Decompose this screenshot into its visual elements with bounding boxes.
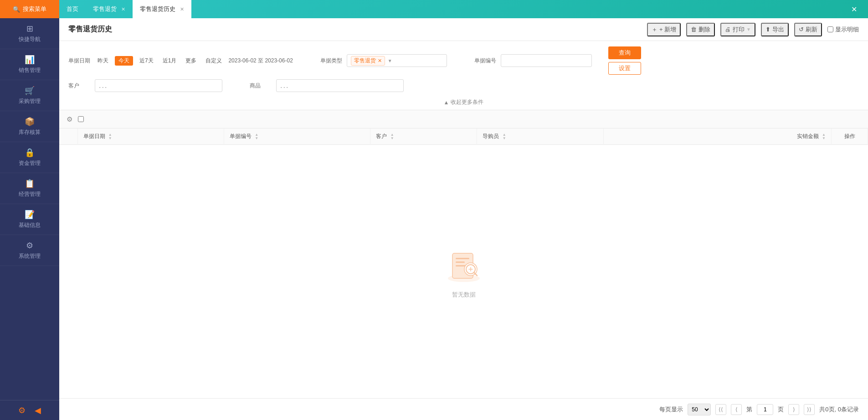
search-icon: 🔍: [13, 6, 20, 13]
sidebar-item-quick-nav[interactable]: ⊞ 快捷导航: [0, 18, 59, 49]
tab-home[interactable]: 首页: [59, 0, 86, 18]
select-all-checkbox[interactable]: [78, 116, 84, 122]
empty-icon: [443, 244, 484, 285]
table-header-row: 单据日期 ▲▼ 单据编号 ▲▼ 客户 ▲▼ 导购员: [59, 128, 868, 145]
date-btn-yesterday[interactable]: 昨天: [95, 56, 111, 66]
collapse-bar[interactable]: ▲ 收起更多条件: [68, 97, 859, 106]
sidebar-item-system-mgmt[interactable]: ⚙ 系统管理: [0, 235, 59, 266]
sort-icon-customer: ▲▼: [390, 133, 394, 140]
th-checkbox: [59, 128, 77, 145]
date-btn-custom[interactable]: 自定义: [203, 56, 225, 66]
sort-icon-doc-date: ▲▼: [108, 133, 112, 140]
doc-type-filter: 单据类型 零售退货 ✕ ▼: [320, 54, 447, 67]
empty-state: 暂无数据: [59, 145, 868, 398]
first-page-btn[interactable]: ⟨⟨: [715, 404, 726, 415]
cart-icon: 🛒: [25, 86, 35, 96]
sidebar-item-purchase-mgmt[interactable]: 🛒 采购管理: [0, 80, 59, 111]
doc-type-label: 单据类型: [320, 57, 343, 65]
window-close-btn[interactable]: ✕: [847, 2, 861, 16]
tab-close-retail-return-history[interactable]: ✕: [180, 6, 184, 12]
new-button[interactable]: ＋ + 新增: [647, 23, 681, 36]
empty-text: 暂无数据: [452, 291, 476, 299]
sidebar-bottom: ⚙ ◀: [0, 400, 59, 420]
goods-filter: 商品 ...: [250, 79, 404, 92]
page-input[interactable]: 1: [757, 404, 773, 415]
pagination-bar: 每页显示 20 50 100 ⟨⟨ ⟨ 第 1 页 ⟩ ⟩⟩ 共0页, 0条记录: [59, 398, 868, 420]
page-size-label: 每页显示: [659, 405, 683, 414]
table-toolbar: ⚙: [59, 110, 868, 128]
svg-rect-3: [456, 261, 465, 263]
goods-label: 商品: [250, 82, 272, 90]
settings-icon[interactable]: ⚙: [18, 405, 26, 415]
show-detail-check[interactable]: 显示明细: [827, 26, 859, 34]
th-doc-date[interactable]: 单据日期 ▲▼: [77, 128, 224, 145]
doc-icon: 📝: [25, 210, 35, 220]
th-doc-number[interactable]: 单据编号 ▲▼: [224, 128, 370, 145]
date-btn-more[interactable]: 更多: [183, 56, 199, 66]
customer-filter: 客户 ...: [68, 79, 222, 92]
doc-number-input[interactable]: [501, 54, 592, 67]
filter-row-2: 客户 ... 商品 ...: [68, 79, 859, 92]
grid-icon: ⊞: [26, 24, 33, 34]
collapse-icon[interactable]: ◀: [35, 405, 41, 415]
prev-page-btn[interactable]: ⟨: [731, 404, 742, 415]
th-customer[interactable]: 客户 ▲▼: [370, 128, 477, 145]
settings-button[interactable]: 设置: [608, 62, 641, 75]
collapse-up-icon: ▲: [444, 99, 449, 106]
doc-number-label: 单据编号: [474, 57, 497, 65]
print-button[interactable]: 🖨 打印 ▼: [720, 23, 755, 36]
content-area: 零售退货历史 ＋ + 新增 🗑 删除 🖨 打印 ▼ ⬆ 导出: [59, 18, 868, 420]
sidebar-item-sales-mgmt[interactable]: 📊 销售管理: [0, 49, 59, 80]
goods-input[interactable]: ...: [276, 79, 404, 92]
goods-dots: ...: [280, 82, 289, 90]
sidebar-item-basic-info[interactable]: 📝 基础信息: [0, 204, 59, 235]
date-options: 昨天 今天 近7天 近1月 更多 自定义: [95, 56, 225, 66]
tab-retail-return-history[interactable]: 零售退货历史 ✕: [133, 0, 191, 18]
header-actions: ＋ + 新增 🗑 删除 🖨 打印 ▼ ⬆ 导出 ↺: [647, 23, 859, 36]
show-detail-checkbox[interactable]: [827, 26, 833, 32]
page-title: 零售退货历史: [68, 25, 112, 34]
doc-type-tag-remove[interactable]: ✕: [378, 58, 382, 64]
sidebar-item-operations-mgmt[interactable]: 📋 经营管理: [0, 173, 59, 204]
filter-area: 单据日期 昨天 今天 近7天 近1月 更多 自定义 2023-06-02 至 2…: [59, 41, 868, 110]
tab-close-retail-return[interactable]: ✕: [121, 6, 125, 12]
filter-row-1: 单据日期 昨天 今天 近7天 近1月 更多 自定义 2023-06-02 至 2…: [68, 46, 859, 75]
customer-label: 客户: [68, 82, 91, 90]
query-button[interactable]: 查询: [608, 46, 641, 59]
sidebar-item-finance-mgmt[interactable]: 🔒 资金管理: [0, 142, 59, 173]
sort-icon-guide: ▲▼: [503, 133, 506, 140]
page-size-select[interactable]: 20 50 100: [688, 404, 711, 415]
lock-icon: 🔒: [25, 148, 35, 158]
page-label: 第: [746, 405, 752, 414]
sidebar-item-inventory-check[interactable]: 📦 库存核算: [0, 111, 59, 142]
refresh-button[interactable]: ↺ 刷新: [794, 23, 822, 36]
collapse-label: 收起更多条件: [451, 98, 483, 106]
query-settings-group: 查询 设置: [608, 46, 641, 75]
customer-dots: ...: [99, 82, 108, 90]
doc-type-input[interactable]: 零售退货 ✕ ▼: [347, 54, 447, 67]
th-guide[interactable]: 导购员 ▲▼: [477, 128, 604, 145]
date-btn-1month[interactable]: 近1月: [160, 56, 180, 66]
plus-icon: ＋: [652, 26, 657, 34]
delete-button[interactable]: 🗑 删除: [686, 23, 715, 36]
customer-input[interactable]: ...: [95, 79, 222, 92]
export-button[interactable]: ⬆ 导出: [761, 23, 789, 36]
chart-icon: 📊: [25, 55, 35, 65]
total-records: 共0页, 0条记录: [819, 405, 859, 414]
last-page-btn[interactable]: ⟩⟩: [804, 404, 815, 415]
date-btn-today[interactable]: 今天: [115, 56, 133, 66]
next-page-btn[interactable]: ⟩: [788, 404, 799, 415]
search-menu-btn[interactable]: 🔍 搜索菜单: [0, 0, 59, 18]
print-dropdown-icon: ▼: [746, 27, 751, 32]
doc-type-tag: 零售退货 ✕: [351, 56, 385, 66]
date-btn-7days[interactable]: 近7天: [137, 56, 156, 66]
refresh-icon: ↺: [799, 26, 804, 33]
clipboard-icon: 📋: [25, 179, 35, 189]
th-amount[interactable]: 实销金额 ▲▼: [604, 128, 832, 145]
print-icon: 🖨: [725, 26, 731, 33]
doc-type-dropdown-arrow: ▼: [388, 58, 392, 63]
tab-retail-return[interactable]: 零售退货 ✕: [86, 0, 133, 18]
sort-icon-amount: ▲▼: [822, 133, 826, 140]
page-header: 零售退货历史 ＋ + 新增 🗑 删除 🖨 打印 ▼ ⬆ 导出: [59, 18, 868, 41]
table-settings-icon[interactable]: ⚙: [67, 115, 72, 123]
